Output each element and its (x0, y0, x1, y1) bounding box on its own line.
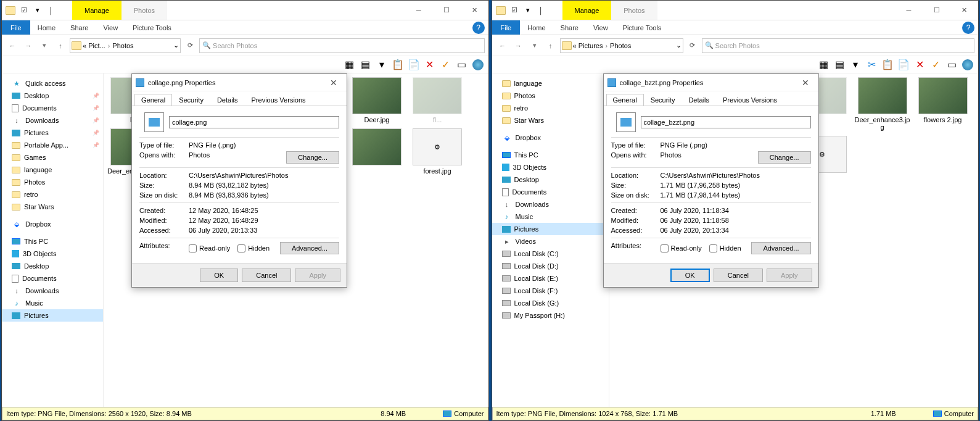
advanced-button[interactable]: Advanced... (280, 242, 339, 254)
apply-button[interactable]: Apply (295, 269, 340, 282)
tree-pictures-selected[interactable]: Pictures (492, 223, 609, 235)
refresh-button[interactable]: ⟳ (183, 39, 197, 52)
ok-button[interactable]: OK (670, 269, 710, 282)
file-item[interactable] (349, 128, 405, 182)
forward-button[interactable]: → (512, 39, 525, 52)
copy-icon[interactable]: 📋 (391, 58, 405, 72)
maximize-button[interactable]: ☐ (923, 1, 950, 20)
tree-pictures-selected[interactable]: Pictures (2, 309, 103, 322)
file-item[interactable]: fl... (410, 77, 465, 123)
tab-security[interactable]: Security (172, 94, 210, 106)
tree-qa-documents[interactable]: Documents (2, 102, 103, 114)
up-button[interactable]: ↑ (544, 39, 558, 52)
rename-icon[interactable]: ▭ (945, 58, 958, 72)
ribbon-picture-tools[interactable]: Picture Tools (125, 20, 179, 35)
properties-dialog[interactable]: collage_bzzt.png Properties ✕ General Se… (603, 73, 819, 288)
search-box[interactable]: 🔍 Search Photos (199, 38, 485, 53)
tab-manage[interactable]: Manage (72, 1, 121, 20)
tab-previous[interactable]: Previous Versions (716, 94, 784, 106)
tree-this-pc[interactable]: This PC (492, 149, 609, 161)
tab-security[interactable]: Security (644, 94, 682, 106)
up-button[interactable]: ↑ (54, 39, 67, 52)
qat-overflow[interactable]: │ (535, 4, 548, 17)
tree-3dobjects[interactable]: 3D Objects (2, 248, 103, 260)
tree-desktop[interactable]: Desktop (492, 173, 609, 186)
dropdown-icon[interactable]: ▾ (375, 58, 389, 72)
breadcrumb-dropdown[interactable]: ⌄ (173, 41, 179, 49)
file-item[interactable]: flowers 2.jpg (915, 77, 971, 131)
tree-qa-photos[interactable]: Photos (2, 176, 103, 188)
tab-general[interactable]: General (606, 94, 644, 106)
tree-music[interactable]: Music (2, 297, 103, 309)
qat-folder-icon[interactable] (4, 4, 17, 17)
tree-disk-g[interactable]: Local Disk (G:) (492, 297, 609, 309)
view-list-icon[interactable]: ▦ (817, 58, 830, 72)
tree-qa-retro[interactable]: retro (2, 188, 103, 201)
tree-disk-d[interactable]: Local Disk (D:) (492, 260, 609, 272)
qat-folder-icon[interactable] (495, 4, 507, 17)
tree-qa-desktop[interactable]: Desktop (2, 90, 103, 102)
back-button[interactable]: ← (496, 39, 509, 52)
rename-icon[interactable]: ▭ (455, 58, 469, 72)
cancel-button[interactable]: Cancel (242, 269, 291, 282)
dialog-titlebar[interactable]: collage.png Properties ✕ (132, 74, 347, 91)
breadcrumb-dropdown[interactable]: ⌄ (676, 41, 681, 49)
tab-title-photos[interactable]: Photos (121, 1, 167, 20)
tab-details[interactable]: Details (681, 94, 716, 106)
ribbon-home[interactable]: Home (30, 20, 63, 35)
ribbon-view[interactable]: View (96, 20, 125, 35)
filename-input[interactable] (169, 116, 339, 128)
tree-qa-language[interactable]: language (2, 164, 103, 176)
tree-qa-pictures[interactable]: Pictures (2, 127, 103, 139)
view-list-icon[interactable]: ▦ (343, 58, 356, 72)
ok-button[interactable]: OK (200, 269, 238, 282)
filename-input[interactable] (641, 116, 811, 128)
delete-icon[interactable]: ✕ (423, 58, 437, 72)
tree-videos[interactable]: Videos (492, 235, 609, 248)
tab-previous[interactable]: Previous Versions (245, 94, 313, 106)
change-button[interactable]: Change... (286, 151, 339, 164)
ribbon-picture-tools[interactable]: Picture Tools (616, 20, 669, 35)
change-button[interactable]: Change... (758, 151, 811, 164)
globe-icon[interactable] (471, 58, 485, 72)
nav-tree[interactable]: Quick access Desktop Documents Downloads… (2, 73, 104, 407)
hidden-checkbox[interactable]: Hidden (709, 242, 741, 254)
help-icon[interactable]: ? (472, 22, 485, 34)
apply-button[interactable]: Apply (767, 269, 812, 282)
tree-disk-c[interactable]: Local Disk (C:) (492, 248, 609, 260)
cut-icon[interactable] (865, 58, 878, 72)
qat-check-icon[interactable]: ☑ (18, 4, 30, 17)
properties-dialog[interactable]: collage.png Properties ✕ General Securit… (131, 73, 347, 288)
tree-dropbox[interactable]: Dropbox (492, 131, 609, 144)
delete-icon[interactable]: ✕ (913, 58, 926, 72)
tab-general[interactable]: General (134, 94, 172, 106)
ribbon-file[interactable]: File (492, 20, 521, 35)
dialog-close-button[interactable]: ✕ (796, 78, 815, 88)
readonly-checkbox[interactable]: Read-only (661, 242, 702, 254)
help-icon[interactable]: ? (962, 22, 974, 34)
tree-disk-f[interactable]: Local Disk (F:) (492, 285, 609, 297)
refresh-button[interactable]: ⟳ (686, 39, 699, 52)
tree-dropbox[interactable]: Dropbox (2, 218, 103, 230)
cancel-button[interactable]: Cancel (714, 269, 763, 282)
dropdown-icon[interactable]: ▾ (849, 58, 862, 72)
breadcrumb-box[interactable]: « Pict... › Photos ⌄ (70, 38, 181, 53)
search-box[interactable]: 🔍 Search Photos (702, 38, 975, 53)
paste-icon[interactable]: 📄 (897, 58, 910, 72)
hidden-checkbox[interactable]: Hidden (237, 242, 270, 254)
breadcrumb-prefix[interactable]: « Pictures (573, 42, 603, 49)
close-button[interactable]: ✕ (461, 1, 488, 20)
tree-language[interactable]: language (492, 77, 609, 90)
tab-title-photos[interactable]: Photos (611, 1, 657, 20)
tree-3dobjects[interactable]: 3D Objects (492, 161, 609, 173)
readonly-checkbox[interactable]: Read-only (189, 242, 230, 254)
dialog-titlebar[interactable]: collage_bzzt.png Properties ✕ (604, 74, 818, 91)
check-icon[interactable]: ✓ (929, 58, 942, 72)
tree-photos[interactable]: Photos (492, 90, 609, 102)
minimize-button[interactable]: ─ (405, 1, 433, 20)
file-item[interactable]: Deer.jpg (349, 77, 405, 123)
tree-qa-games[interactable]: Games (2, 151, 103, 164)
view-large-icon[interactable]: ▤ (359, 58, 373, 72)
breadcrumb-box[interactable]: « Pictures › Photos ⌄ (560, 38, 683, 53)
tree-desktop[interactable]: Desktop (2, 260, 103, 272)
